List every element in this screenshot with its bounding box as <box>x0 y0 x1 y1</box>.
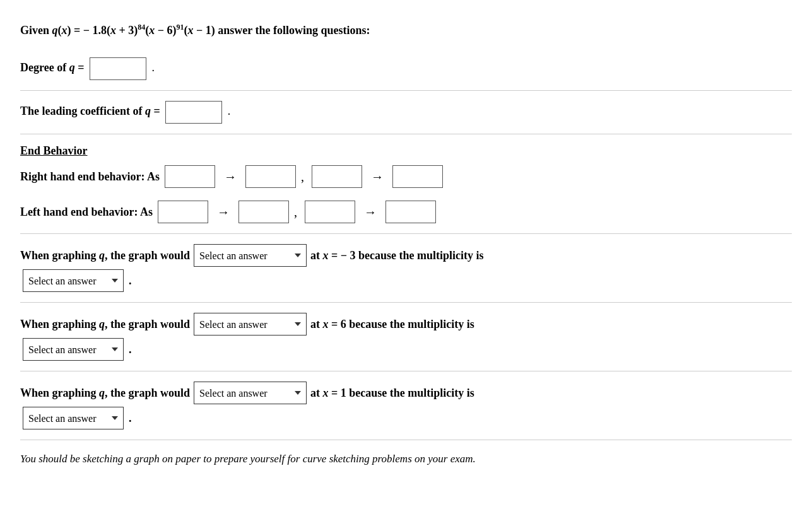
right-hand-label: Right hand end behavior: As <box>20 170 160 184</box>
leading-coeff-period: . <box>228 105 231 117</box>
right-comma: , <box>301 170 304 184</box>
left-comma: , <box>294 205 297 219</box>
q3-period: . <box>129 412 132 425</box>
q3-prefix: When graphing q, the graph would <box>20 387 190 400</box>
leading-coeff-input[interactable] <box>165 101 222 124</box>
title-section: Given q(x) = − 1.8(x + 3)84(x − 6)91(x −… <box>20 15 792 47</box>
right-result-input[interactable] <box>392 165 443 188</box>
q2-prefix: When graphing q, the graph would <box>20 318 190 331</box>
q1-prefix: When graphing q, the graph would <box>20 249 190 262</box>
right-arrow1: → <box>224 170 237 184</box>
leading-coeff-label: The leading coefficient of q = <box>20 105 163 117</box>
end-behavior-title: End Behavior <box>20 144 792 158</box>
question2-row1: When graphing q, the graph would Select … <box>20 313 792 336</box>
degree-section: Degree of q = . <box>20 47 792 91</box>
q2-period: . <box>129 343 132 356</box>
right-hand-row: Right hand end behavior: As → , → <box>20 165 792 188</box>
q2-at-x: at x = 6 because the multiplicity is <box>310 318 474 331</box>
right-x-input[interactable] <box>165 165 215 188</box>
left-val2-input[interactable] <box>305 201 355 223</box>
degree-period: . <box>151 61 155 74</box>
q1-dropdown1[interactable]: Select an answer cross through touch and… <box>194 244 307 267</box>
question3-section: When graphing q, the graph would Select … <box>20 371 792 440</box>
footer-text: You should be sketching a graph on paper… <box>20 453 476 465</box>
right-val2-input[interactable] <box>312 165 362 188</box>
q3-dropdown1[interactable]: Select an answer cross through touch and… <box>194 382 307 404</box>
given-label: Given q(x) = − 1.8(x + 3)84(x − 6)91(x −… <box>20 24 370 37</box>
left-x-input[interactable] <box>158 201 208 223</box>
degree-label: Degree of q = <box>20 61 87 74</box>
q2-dropdown2[interactable]: Select an answer 1 2 3 84 91 <box>23 338 124 361</box>
left-hand-row: Left hand end behavior: As → , → <box>20 201 792 223</box>
left-val1-input[interactable] <box>238 201 289 223</box>
right-val1-input[interactable] <box>245 165 296 188</box>
left-result-input[interactable] <box>385 201 436 223</box>
q3-dropdown2[interactable]: Select an answer 1 2 3 84 91 <box>23 407 124 429</box>
right-arrow2: → <box>371 170 384 184</box>
question2-row2: Select an answer 1 2 3 84 91 . <box>20 338 792 361</box>
q3-at-x: at x = 1 because the multiplicity is <box>310 387 474 400</box>
question1-row2: Select an answer 1 2 3 84 91 . <box>20 269 792 292</box>
left-arrow1: → <box>217 205 230 219</box>
question3-row1: When graphing q, the graph would Select … <box>20 382 792 404</box>
q1-at-x: at x = − 3 because the multiplicity is <box>310 249 484 262</box>
left-hand-label: Left hand end behavior: As <box>20 206 153 219</box>
q2-dropdown1[interactable]: Select an answer cross through touch and… <box>194 313 307 336</box>
left-arrow2: → <box>364 205 377 219</box>
q1-period: . <box>129 274 132 288</box>
question1-row1: When graphing q, the graph would Select … <box>20 244 792 267</box>
end-behavior-section: End Behavior Right hand end behavior: As… <box>20 134 792 234</box>
degree-input[interactable] <box>90 57 146 80</box>
leading-coeff-section: The leading coefficient of q = . <box>20 91 792 134</box>
q1-dropdown2[interactable]: Select an answer 1 2 3 84 91 <box>23 269 124 292</box>
footer-note: You should be sketching a graph on paper… <box>20 440 792 470</box>
question1-section: When graphing q, the graph would Select … <box>20 234 792 303</box>
question2-section: When graphing q, the graph would Select … <box>20 303 792 371</box>
question3-row2: Select an answer 1 2 3 84 91 . <box>20 407 792 429</box>
